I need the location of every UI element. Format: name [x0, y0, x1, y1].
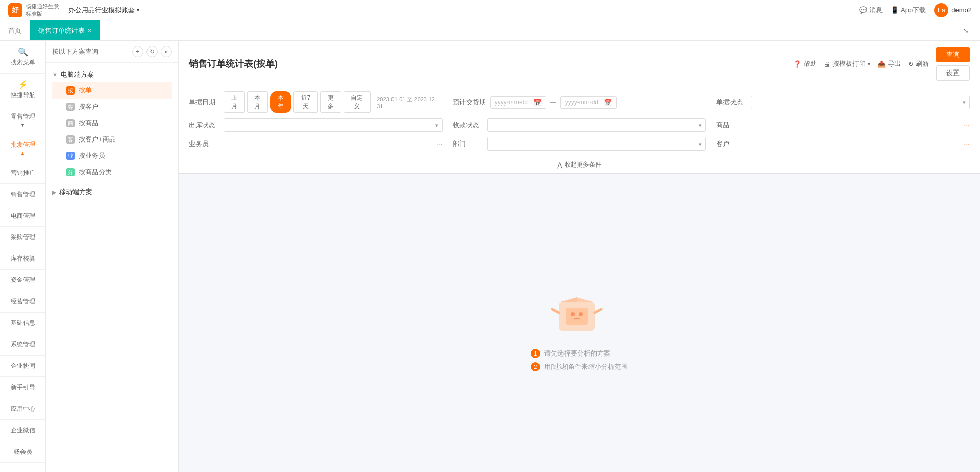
scheme-section-header-pc[interactable]: ▼ 电脑端方案 — [52, 67, 172, 82]
date-btn-group: 上月 本月 本年 近7天 更多 自定义 — [224, 91, 371, 113]
chevron-icon: ▼ — [20, 123, 25, 128]
sidebar-item-wechat[interactable]: 企业微信 — [0, 420, 45, 441]
salesman-label: 业务员 — [189, 139, 219, 149]
query-btn-area: 查询 设置 — [936, 47, 970, 81]
scheme-collapse-button[interactable]: « — [161, 46, 172, 57]
scheme-panel-body: ▼ 电脑端方案 按 按单 客 按客户 商 — [46, 63, 178, 472]
sidebar-item-system[interactable]: 系统管理 — [0, 334, 45, 356]
more-btn[interactable]: 更多 — [320, 91, 341, 113]
scheme-section-header-mobile[interactable]: ▶ 移动端方案 — [52, 184, 172, 200]
date-label: 单据日期 — [189, 98, 219, 107]
tab-sales-stat[interactable]: 销售订单统计表 × — [30, 20, 100, 40]
sidebar-item-search[interactable]: 🔍 搜索菜单 — [0, 41, 45, 74]
sidebar-item-retail[interactable]: 零售管理 ▼ — [0, 106, 45, 134]
expected-date-label: 预计交货期 — [453, 98, 486, 107]
sidebar-item-sales[interactable]: 销售管理 — [0, 184, 45, 205]
scheme-item-by-salesman[interactable]: 业 按业务员 — [52, 148, 172, 164]
delivery-status-select[interactable] — [224, 118, 443, 132]
scheme-panel: 按以下方案查询 + ↻ « ▼ 电脑端方案 按 按单 — [46, 41, 179, 472]
sidebar-item-member[interactable]: 畅会员 — [0, 441, 45, 463]
scheme-item-by-order[interactable]: 按 按单 — [52, 82, 172, 99]
expected-date-start[interactable]: yyyy-mm-dd 📅 — [490, 96, 546, 109]
goods-label: 商品 — [716, 121, 747, 130]
query-button[interactable]: 查询 — [936, 47, 970, 62]
department-group: 部门 — [453, 137, 706, 151]
sidebar-item-enterprise[interactable]: 企业协同 — [0, 356, 45, 377]
scheme-item-by-customer-goods[interactable]: 客 按客户+商品 — [52, 131, 172, 148]
nav-icon: ⚡ — [18, 80, 28, 89]
print-button[interactable]: 🖨 按模板打印 ▾ — [824, 59, 870, 68]
scheme-refresh-button[interactable]: ↻ — [146, 46, 158, 57]
page-header-actions: ❓ 帮助 🖨 按模板打印 ▾ 📤 导出 ↻ — [793, 47, 970, 81]
sidebar-item-finance[interactable]: 资金管理 — [0, 270, 45, 291]
scheme-item-by-category[interactable]: 分 按商品分类 — [52, 164, 172, 180]
order-status-group: 单据状态 — [716, 96, 970, 109]
content-body: 1 请先选择要分析的方案 2 用[过滤]条件来缩小分析范围 — [179, 174, 980, 472]
custom-btn[interactable]: 自定义 — [344, 91, 371, 113]
order-status-select-wrapper — [751, 96, 970, 109]
empty-illustration — [546, 274, 612, 341]
sidebar-item-ecommerce[interactable]: 电商管理 — [0, 205, 45, 227]
last7-btn[interactable]: 近7天 — [293, 91, 318, 113]
scheme-section-pc: ▼ 电脑端方案 按 按单 客 按客户 商 — [46, 67, 178, 180]
empty-state: 1 请先选择要分析的方案 2 用[过滤]条件来缩小分析范围 — [531, 274, 627, 371]
tip-num-2: 2 — [531, 362, 540, 371]
this-year-btn[interactable]: 本年 — [270, 91, 291, 113]
scheme-panel-actions: + ↻ « — [132, 46, 172, 57]
message-action[interactable]: 💬 消息 — [859, 6, 883, 15]
help-icon: ❓ — [793, 60, 801, 68]
scheme-add-button[interactable]: + — [132, 46, 143, 57]
user-area[interactable]: Ea demo2 — [934, 3, 972, 17]
export-button[interactable]: 📤 导出 — [877, 59, 901, 68]
sidebar-item-purchase[interactable]: 采购管理 — [0, 227, 45, 248]
scheme-item-by-customer[interactable]: 客 按客户 — [52, 99, 172, 115]
refresh-button[interactable]: ↻ 刷新 — [908, 59, 929, 68]
salesman-input-area: ··· — [224, 140, 443, 148]
goods-dots-button[interactable]: ··· — [964, 121, 970, 129]
empty-tips: 1 请先选择要分析的方案 2 用[过滤]条件来缩小分析范围 — [531, 349, 627, 371]
topbar: 好 畅捷通好生意 标准版 办公用品行业模拟账套 ▾ 💬 消息 📱 App下载 E… — [0, 0, 980, 20]
maximize-button[interactable]: ⤡ — [960, 25, 972, 37]
tab-close-icon[interactable]: × — [88, 27, 91, 34]
app-download-action[interactable]: 📱 App下载 — [891, 6, 926, 15]
sidebar-item-inventory[interactable]: 库存核算 — [0, 248, 45, 270]
page-header: 销售订单统计表(按单) ❓ 帮助 🖨 按模板打印 ▾ 📤 — [179, 41, 980, 85]
help-button[interactable]: ❓ 帮助 — [793, 59, 817, 68]
this-month-btn[interactable]: 本月 — [247, 91, 268, 113]
mobile-section-arrow-icon: ▶ — [52, 189, 56, 196]
minimize-button[interactable]: — — [943, 25, 955, 37]
department-select[interactable] — [487, 137, 706, 151]
customer-dots-button[interactable]: ··· — [964, 140, 970, 148]
payment-status-select[interactable] — [487, 118, 706, 132]
order-status-select[interactable] — [751, 96, 970, 109]
salesman-dots-button[interactable]: ··· — [436, 140, 443, 148]
payment-status-label: 收款状态 — [453, 121, 483, 130]
download-icon: 📱 — [891, 6, 899, 14]
refresh-icon: ↻ — [908, 60, 914, 68]
sidebar-item-marketing[interactable]: 营销推广 — [0, 162, 45, 184]
minus-icon: — — [946, 27, 953, 34]
sidebar-item-quicknav[interactable]: ⚡ 快捷导航 — [0, 74, 45, 106]
delivery-status-group: 出库状态 — [189, 118, 443, 132]
expected-date-end[interactable]: yyyy-mm-dd 📅 — [560, 96, 617, 109]
settings-button[interactable]: 设置 — [936, 65, 970, 81]
message-icon: 💬 — [859, 6, 867, 14]
filter-row-2: 出库状态 收款状态 — [189, 118, 970, 132]
expand-icon: ⤡ — [963, 27, 969, 34]
scheme-item-by-goods[interactable]: 商 按商品 — [52, 115, 172, 131]
empty-tip-1: 1 请先选择要分析的方案 — [531, 349, 627, 358]
sidebar-item-wholesale[interactable]: 批发管理 ▲ — [0, 134, 45, 162]
filter-row-3: 业务员 ··· 部门 — [189, 137, 970, 151]
app-selector[interactable]: 办公用品行业模拟账套 ▾ — [64, 4, 143, 17]
sidebar-item-newguide[interactable]: 新手引导 — [0, 377, 45, 398]
sidebar-item-operations[interactable]: 经营管理 — [0, 291, 45, 313]
sidebar-item-appcenter[interactable]: 应用中心 — [0, 398, 45, 420]
section-pc-label: 电脑端方案 — [61, 70, 94, 79]
print-arrow-icon: ▾ — [868, 61, 870, 67]
svg-line-4 — [552, 309, 559, 313]
goods-input-area: ··· — [751, 121, 970, 129]
sidebar-item-basics[interactable]: 基础信息 — [0, 313, 45, 334]
tab-home[interactable]: 首页 — [0, 20, 30, 40]
collapse-more-button[interactable]: ⋀ 收起更多条件 — [189, 156, 970, 173]
last-month-btn[interactable]: 上月 — [224, 91, 245, 113]
